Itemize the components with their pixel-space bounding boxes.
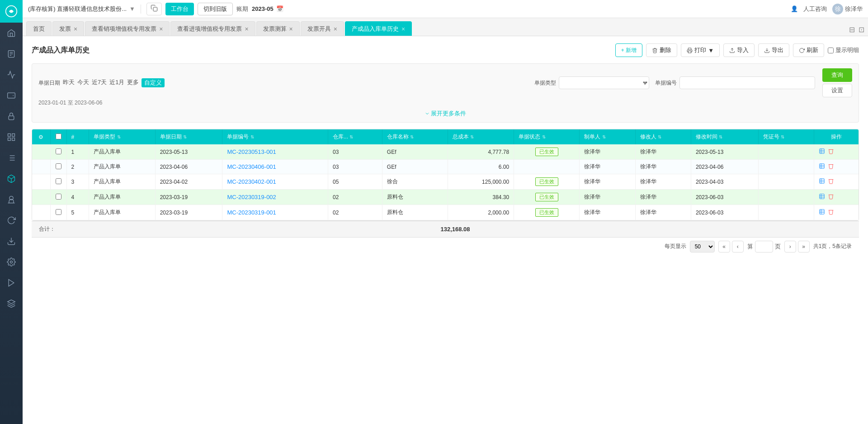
td-doc-no[interactable]: MC-20230319-002 — [222, 190, 328, 205]
tab-purchase-vat[interactable]: 查看进项增值税专用发票 × — [170, 21, 255, 36]
sidebar-item-box[interactable] — [0, 168, 23, 189]
date-yesterday[interactable]: 昨天 — [63, 78, 75, 87]
date-today[interactable]: 今天 — [77, 78, 89, 87]
print-button[interactable]: 打印 ▼ — [681, 43, 720, 57]
docno-input[interactable] — [679, 76, 815, 89]
row-checkbox-2[interactable] — [56, 178, 61, 184]
tab-product-inbound[interactable]: 产成品入库单历史 × — [345, 21, 412, 36]
th-total-cost[interactable]: 总成本 ⇅ — [448, 129, 514, 144]
sidebar-item-settings[interactable] — [0, 252, 23, 272]
sidebar-item-wallet[interactable] — [0, 85, 23, 106]
delete-row-icon[interactable] — [828, 148, 834, 156]
per-page-select[interactable]: 50 20 100 — [690, 241, 715, 252]
sidebar-item-grid[interactable] — [0, 127, 23, 148]
tab-invoice[interactable]: 发票 × — [52, 21, 84, 36]
tab-product-inbound-close[interactable]: × — [401, 26, 405, 32]
row-checkbox-3[interactable] — [56, 194, 61, 200]
date-more[interactable]: 更多 — [127, 78, 139, 87]
help-label[interactable]: 人工咨询 — [803, 5, 827, 13]
refresh-button[interactable]: 刷新 — [793, 43, 824, 57]
edit-icon[interactable] — [819, 178, 825, 186]
delete-button[interactable]: 删除 — [646, 43, 677, 57]
doc-no-link[interactable]: MC-20230319-001 — [227, 209, 276, 216]
th-doc-type[interactable]: 单据类型 ⇅ — [89, 129, 155, 144]
page-number-input[interactable]: 1 — [755, 241, 773, 252]
doc-no-link[interactable]: MC-20230319-002 — [227, 194, 276, 200]
td-check[interactable] — [50, 174, 66, 190]
edit-icon[interactable] — [819, 148, 825, 156]
sidebar-item-play[interactable] — [0, 272, 23, 293]
workbench-button[interactable]: 工作台 — [165, 3, 194, 15]
sidebar-item-stamp[interactable] — [0, 189, 23, 210]
th-check[interactable] — [50, 129, 66, 144]
setting-button[interactable]: 设置 — [822, 84, 852, 97]
td-check[interactable] — [50, 205, 66, 220]
tab-sales-vat[interactable]: 查看销项增值税专用发票 × — [85, 21, 170, 36]
query-button[interactable]: 查询 — [822, 68, 852, 82]
switch-button[interactable]: 切到旧版 — [198, 3, 233, 15]
delete-row-icon[interactable] — [828, 209, 834, 216]
show-detail-checkbox[interactable] — [828, 48, 834, 53]
date-7days[interactable]: 近7天 — [92, 78, 107, 87]
th-warehouse-name[interactable]: 仓库名称 ⇅ — [382, 129, 448, 144]
td-check[interactable] — [50, 160, 66, 174]
th-doc-status[interactable]: 单据状态 ⇅ — [514, 129, 580, 144]
tab-invoice-issue[interactable]: 发票开具 × — [301, 21, 344, 36]
th-warehouse-code[interactable]: 仓库... ⇅ — [328, 129, 382, 144]
doctype-select[interactable] — [559, 76, 649, 89]
th-settings[interactable]: ⚙ — [32, 129, 50, 144]
tab-invoice-issue-close[interactable]: × — [334, 26, 337, 32]
show-detail-checkbox-area[interactable]: 显示明细 — [828, 46, 859, 54]
delete-row-icon[interactable] — [828, 163, 834, 171]
prev-page-button[interactable]: ‹ — [732, 241, 744, 252]
import-button[interactable]: 导入 — [723, 43, 755, 57]
sidebar-item-document[interactable] — [0, 43, 23, 64]
tab-invoice-calc-close[interactable]: × — [289, 26, 293, 32]
delete-row-icon[interactable] — [828, 193, 834, 201]
date-1month[interactable]: 近1月 — [109, 78, 124, 87]
export-button[interactable]: 导出 — [758, 43, 789, 57]
edit-icon[interactable] — [819, 193, 825, 201]
user-name[interactable]: 徐泽华 — [845, 5, 863, 13]
td-doc-no[interactable]: MC-20230406-001 — [222, 160, 328, 174]
delete-row-icon[interactable] — [828, 178, 834, 186]
tab-purchase-vat-close[interactable]: × — [245, 26, 248, 32]
sidebar-item-download[interactable] — [0, 231, 23, 252]
th-voucher-no[interactable]: 凭证号 ⇅ — [758, 129, 814, 144]
maximize-icon[interactable]: ⊡ — [859, 25, 864, 34]
tab-home[interactable]: 首页 — [26, 21, 52, 36]
tab-invoice-close[interactable]: × — [74, 26, 77, 32]
row-checkbox-0[interactable] — [56, 148, 61, 154]
sidebar-item-refresh[interactable] — [0, 210, 23, 231]
th-creator[interactable]: 制单人 ⇅ — [580, 129, 635, 144]
edit-icon[interactable] — [819, 209, 825, 216]
sidebar-item-lock[interactable] — [0, 106, 23, 127]
sidebar-item-home[interactable] — [0, 23, 23, 43]
th-modifier[interactable]: 修改人 ⇅ — [635, 129, 691, 144]
first-page-button[interactable]: « — [718, 241, 730, 252]
th-modify-time[interactable]: 修改时间 ⇅ — [691, 129, 758, 144]
expand-button[interactable]: 展开更多条件 — [425, 110, 466, 118]
td-check[interactable] — [50, 144, 66, 160]
sidebar-item-list[interactable] — [0, 148, 23, 168]
brand-dropdown-icon[interactable]: ▼ — [129, 5, 135, 12]
sidebar-item-version[interactable] — [0, 293, 23, 314]
doc-no-link[interactable]: MC-20230402-001 — [227, 178, 276, 185]
row-checkbox-1[interactable] — [56, 163, 61, 169]
doc-no-link[interactable]: MC-20230513-001 — [227, 148, 276, 155]
tab-invoice-calc[interactable]: 发票测算 × — [256, 21, 300, 36]
select-all-checkbox[interactable] — [56, 133, 61, 139]
next-page-button[interactable]: › — [784, 241, 796, 252]
th-doc-no[interactable]: 单据编号 ⇅ — [222, 129, 328, 144]
date-custom[interactable]: 自定义 — [142, 78, 165, 87]
td-doc-no[interactable]: MC-20230319-001 — [222, 205, 328, 220]
td-check[interactable] — [50, 190, 66, 205]
restore-icon[interactable]: ⊟ — [849, 25, 855, 34]
th-doc-date[interactable]: 单据日期 ⇅ — [155, 129, 222, 144]
sidebar-item-chart[interactable] — [0, 64, 23, 85]
last-page-button[interactable]: » — [798, 241, 810, 252]
copy-doc-icon[interactable] — [146, 3, 162, 15]
td-doc-no[interactable]: MC-20230402-001 — [222, 174, 328, 190]
td-doc-no[interactable]: MC-20230513-001 — [222, 144, 328, 160]
period-calendar-icon[interactable]: 📅 — [276, 5, 283, 12]
